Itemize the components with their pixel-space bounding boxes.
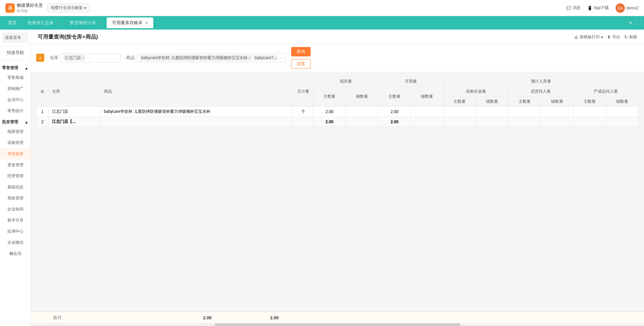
refresh-label: 刷新 <box>629 34 637 40</box>
cell-product-1: babycare学饮杯 儿童防摔防撞吸管杯重力球吸嘴杯宝宝水杯 <box>100 107 293 117</box>
warehouse-tag: 江北门店 × <box>63 55 85 61</box>
cell-fin-aux-2 <box>606 117 638 127</box>
cell-pur-main-2 <box>443 117 476 127</box>
data-table: ⚙ 仓库 商品 主计量 现存量 可用量 预计入库量 主数量 辅数量 主数量 辅数… <box>36 76 639 127</box>
export-label: 导出 <box>612 34 620 40</box>
cell-product-2 <box>100 117 293 127</box>
message-action[interactable]: 💬 消息 <box>566 5 581 11</box>
sidebar-item-member[interactable]: 会员中心 <box>0 94 31 105</box>
chevron-up-icon: ▲ <box>24 66 29 71</box>
cell-avail-aux-2 <box>411 117 443 127</box>
cell-stock-aux-1 <box>346 107 378 117</box>
table-container: ⚙ 仓库 商品 主计量 现存量 可用量 预计入库量 主数量 辅数量 主数量 辅数… <box>31 72 644 311</box>
filter-toggle-btn[interactable]: » <box>36 54 44 62</box>
sidebar-item-enterprise[interactable]: 企业协同 <box>0 204 31 215</box>
main-layout: 搜索菜单 快捷导航 零售管理 ▲ 零售商城 营销推广 会员中心 零售统计 批发管… <box>0 30 644 326</box>
product-more-btn[interactable]: ··· <box>279 55 283 60</box>
user-action[interactable]: Ea demo2 <box>615 3 639 13</box>
brand-sub: 标准版 <box>17 8 43 13</box>
sidebar-item-purchase[interactable]: 采购管理 <box>0 137 31 148</box>
sidebar-item-wechat[interactable]: 企业微信 <box>0 237 31 248</box>
table-footer: 合计 2.00 2.00 <box>31 311 644 323</box>
close-window-btn[interactable]: ✕ <box>628 20 633 26</box>
chevron-down-print: ▾ <box>601 35 603 40</box>
tab-close-order[interactable]: ✕ <box>99 21 101 25</box>
table-row: 2 江北门店【... 2.00 2.00 <box>37 117 639 127</box>
download-icon: 📱 <box>587 6 592 10</box>
warehouse-tag-remove[interactable]: × <box>82 56 84 60</box>
export-icon: ⬆ <box>607 35 611 40</box>
cell-fin-main-1 <box>573 107 606 117</box>
cell-unit-2 <box>293 117 313 127</box>
download-action[interactable]: 📱 App下载 <box>587 5 609 11</box>
tab-collection-summary[interactable]: 收发存汇总表 ✕ <box>22 17 64 28</box>
top-bar-right: 💬 消息 📱 App下载 Ea demo2 <box>566 3 639 13</box>
nav-tabs: 首页 收发存汇总表 ✕ 要货单统计表 ✕ 可用量库存账本 ✕ ✕ ⛶ <box>0 16 644 30</box>
tab-available-stock[interactable]: 可用量库存账本 ✕ <box>107 17 153 28</box>
cell-index-1: 1 <box>37 107 49 117</box>
sidebar-item-inventory[interactable]: 库存核算 <box>0 148 31 159</box>
footer-stock-total: 2.00 <box>187 315 227 320</box>
table-row: 1 江北门店 babycare学饮杯 儿童防摔防撞吸管杯重力球吸嘴杯宝宝水杯 个… <box>37 107 639 117</box>
sidebar-item-marketing[interactable]: 营销推广 <box>0 83 31 94</box>
sidebar-item-ecommerce[interactable]: 电商管理 <box>0 126 31 137</box>
tab-close-collection[interactable]: ✕ <box>56 21 59 25</box>
cell-inc-main-2 <box>508 117 541 127</box>
th-purchased-aux: 辅数量 <box>476 97 508 107</box>
expand-window-btn[interactable]: ⛶ <box>636 20 641 26</box>
sidebar-item-member2[interactable]: 畅会员 <box>0 248 31 259</box>
th-finished: 产成品待入量 <box>573 87 638 97</box>
sidebar-item-guide[interactable]: 新手引导 <box>0 215 31 226</box>
search-menu-btn[interactable]: 搜索菜单 <box>3 33 28 43</box>
cell-inc-aux-1 <box>541 107 573 117</box>
th-incoming-aux: 辅数量 <box>541 97 573 107</box>
th-purchased-main: 主数量 <box>443 97 476 107</box>
footer-label: 合计 <box>53 315 187 321</box>
th-stock-aux: 辅数量 <box>346 87 378 107</box>
settings-filter-btn[interactable]: 设置 <box>291 59 311 68</box>
sidebar-item-finance[interactable]: 资金管理 <box>0 159 31 171</box>
th-incoming: 进货待入量 <box>508 87 574 97</box>
warehouse-more-btn[interactable]: ··· <box>87 55 90 60</box>
brand-logo: 品 畅捷通好生意 标准版 <box>5 2 43 13</box>
export-btn[interactable]: ⬆ 导出 <box>607 34 620 40</box>
sidebar-retail-label: 零售管理 <box>2 65 18 71</box>
sidebar-item-operations[interactable]: 经营管理 <box>0 171 31 182</box>
scrollbar-thumb[interactable] <box>215 323 460 326</box>
cell-pur-aux-2 <box>476 117 508 127</box>
tab-collection-label: 收发存汇总表 <box>28 20 54 26</box>
warehouse-filter-input[interactable]: 江北门店 × ··· <box>60 53 121 62</box>
warehouse-filter-label: 仓库 <box>50 55 58 61</box>
sidebar-item-retail-stats[interactable]: 零售统计 <box>0 105 31 117</box>
sidebar-divider <box>0 61 31 61</box>
query-btn[interactable]: 查询 <box>291 47 311 56</box>
print-icon: 🖨 <box>574 35 578 40</box>
cell-stock-main-1: 2.00 <box>313 107 346 117</box>
sidebar-item-retail-mall[interactable]: 零售商城 <box>0 72 31 83</box>
th-warehouse: 仓库 <box>49 77 101 107</box>
print-btn[interactable]: 🖨 按模板打印 ▾ <box>574 34 603 40</box>
top-bar: 品 畅捷通好生意 标准版 母婴行业演示账套 ▾ 💬 消息 📱 App下载 Ea … <box>0 0 644 16</box>
sidebar-item-system[interactable]: 系统管理 <box>0 193 31 204</box>
tab-order-stats[interactable]: 要货单统计表 ✕ <box>64 17 107 28</box>
th-incoming-main: 主数量 <box>508 97 541 107</box>
product-filter-input[interactable]: babycare学饮杯 儿童防摔防撞吸管杯重力球吸嘴杯宝宝水杯 × babyca… <box>137 53 286 62</box>
industry-selector[interactable]: 母婴行业演示账套 ▾ <box>47 3 90 12</box>
th-current-stock: 现存量 <box>313 77 378 87</box>
cell-avail-aux-1 <box>411 107 443 117</box>
refresh-icon: ↻ <box>624 35 628 40</box>
tab-home[interactable]: 首页 <box>3 20 22 26</box>
sidebar-item-basic-info[interactable]: 基础信息 <box>0 182 31 193</box>
product-tag1-remove[interactable]: × <box>249 56 251 60</box>
tab-available-label: 可用量库存账本 <box>112 20 143 26</box>
tab-close-available[interactable]: ✕ <box>145 21 148 25</box>
sidebar-item-quick-nav[interactable]: 快捷导航 <box>0 46 31 59</box>
refresh-btn[interactable]: ↻ 刷新 <box>624 34 637 40</box>
sidebar-wholesale-label: 批发管理 <box>2 119 18 125</box>
cell-pur-main-1 <box>443 107 476 117</box>
sidebar-section-wholesale[interactable]: 批发管理 ▲ <box>0 117 31 126</box>
th-settings[interactable]: ⚙ <box>37 77 49 107</box>
sidebar-section-retail[interactable]: 零售管理 ▲ <box>0 62 31 72</box>
sidebar-item-app-center[interactable]: 应用中心 <box>0 226 31 237</box>
cell-warehouse-2: 江北门店【... <box>49 117 101 127</box>
